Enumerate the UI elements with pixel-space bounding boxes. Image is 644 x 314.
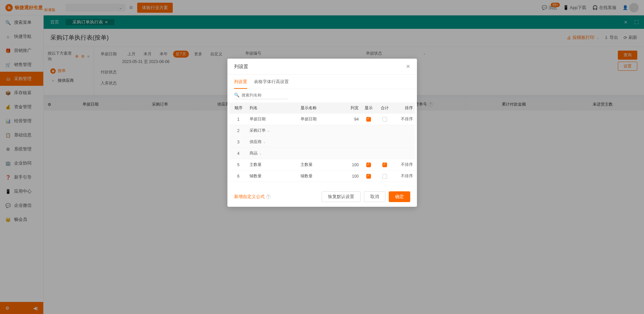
col-display-header: 显示名称 — [299, 103, 342, 114]
col-order-header: 顺序 — [229, 103, 248, 114]
chevron-down-icon[interactable]: ⌄ — [267, 129, 270, 132]
show-checkbox[interactable] — [366, 117, 371, 122]
cfg-row[interactable]: 7包装数量包装数量100不排序 — [229, 182, 415, 184]
col-name-header: 列名 — [248, 103, 299, 114]
col-width-header: 列宽 — [342, 103, 361, 114]
sum-checkbox[interactable] — [382, 117, 387, 122]
sort-select[interactable]: 不排序 — [393, 159, 415, 171]
search-icon: 🔍 — [234, 92, 239, 98]
col-sum-header: 合计 — [377, 103, 393, 114]
chevron-down-icon[interactable]: ⌄ — [259, 151, 262, 155]
modal-tab-font[interactable]: 表格字体行高设置 — [254, 79, 289, 89]
sum-checkbox[interactable] — [382, 163, 387, 167]
info-icon: ? — [266, 194, 271, 199]
sort-select[interactable]: 不排序 — [393, 171, 415, 182]
ok-button[interactable]: 确定 — [389, 191, 410, 202]
column-settings-modal: 列设置 ✕ 列设置 表格字体行高设置 🔍 顺序 列名 显示名称 列宽 — [227, 59, 417, 207]
show-checkbox[interactable] — [366, 174, 371, 179]
show-checkbox[interactable] — [366, 163, 371, 167]
cfg-row[interactable]: 1单据日期单据日期94不排序 — [229, 114, 415, 125]
sum-checkbox[interactable] — [382, 174, 387, 179]
close-icon[interactable]: ✕ — [406, 63, 410, 70]
sort-select[interactable]: 不排序 — [393, 114, 415, 125]
cfg-row[interactable]: 3供应商⌄ — [229, 136, 415, 148]
cfg-row[interactable]: 2采购订单⌄ — [229, 125, 415, 136]
modal-title: 列设置 — [234, 64, 248, 70]
add-formula-link[interactable]: 新增自定义公式 ? — [234, 194, 271, 200]
modal-overlay: 列设置 ✕ 列设置 表格字体行高设置 🔍 顺序 列名 显示名称 列宽 — [0, 0, 644, 314]
modal-tab-columns[interactable]: 列设置 — [234, 79, 247, 89]
sort-select[interactable]: 不排序 — [393, 182, 415, 184]
column-search-input[interactable] — [241, 93, 292, 98]
col-sort-header: 排序 — [393, 103, 415, 114]
cancel-button[interactable]: 取消 — [364, 191, 385, 202]
col-show-header: 显示 — [361, 103, 377, 114]
chevron-down-icon[interactable]: ⌄ — [263, 140, 266, 144]
cfg-row[interactable]: 6辅数量辅数量100不排序 — [229, 171, 415, 182]
column-search[interactable]: 🔍 — [234, 92, 288, 99]
cfg-row[interactable]: 5主数量主数量100不排序 — [229, 159, 415, 171]
cfg-row[interactable]: 4商品⌄ — [229, 148, 415, 159]
reset-button[interactable]: 恢复默认设置 — [322, 191, 361, 202]
